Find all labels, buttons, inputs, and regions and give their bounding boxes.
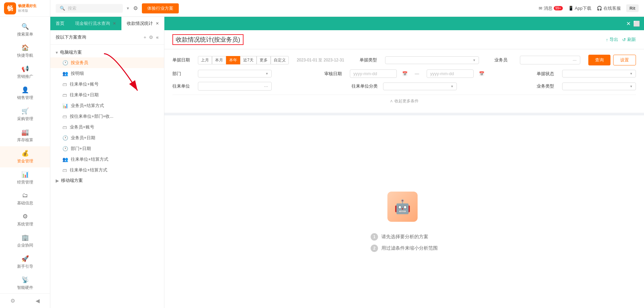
- scheme-icon-salesperson-date: 🕐: [62, 135, 68, 141]
- scheme-item-salesperson-settle[interactable]: 📊 业务员+结算方式: [50, 100, 164, 111]
- sidebar-item-marketing[interactable]: 📢 营销推广: [0, 62, 50, 83]
- doc-type-arrow-icon: ▾: [473, 58, 475, 62]
- system-icon: ⚙: [22, 213, 28, 220]
- scheme-item-salesperson-date[interactable]: 🕐 业务员+日期: [50, 133, 164, 143]
- sidebar-item-system[interactable]: ⚙ 系统管理: [0, 209, 50, 230]
- sidebar-item-operation[interactable]: 📊 经营管理: [0, 167, 50, 189]
- empty-steps: 1 请先选择要分析的方案 2 用过滤条件来缩小分析范围: [371, 233, 438, 252]
- tab-bar-right: ✕ ⬜: [626, 20, 644, 27]
- refresh-btn[interactable]: ↺ 刷新: [622, 37, 636, 43]
- scheme-item-salesperson-account[interactable]: 🗃 业务员+账号: [50, 122, 164, 133]
- query-btn[interactable]: 查询: [588, 55, 610, 65]
- biz-type-select[interactable]: ▾: [562, 83, 636, 90]
- sidebar-item-hardware[interactable]: 📡 智能硬件: [0, 273, 50, 293]
- date-btn-this-year[interactable]: 本年: [226, 56, 240, 64]
- mobile-group-header[interactable]: ▶ 移动端方案: [50, 175, 164, 186]
- scheme-item-by-salesperson[interactable]: 🕐 按业务员: [50, 57, 164, 68]
- doc-status-select[interactable]: ▾: [562, 70, 636, 78]
- sidebar-item-basic[interactable]: 🗂 基础信息: [0, 189, 50, 209]
- hardware-icon: 📡: [21, 276, 29, 284]
- tab-receipt-stats[interactable]: 收款情况统计 ✕: [121, 17, 164, 30]
- sidebar-item-quicknav[interactable]: 🏠 快捷导航: [0, 41, 50, 62]
- calendar-start-icon[interactable]: 📅: [402, 71, 408, 76]
- app-logo: 畅 畅捷通好生 标准版: [0, 0, 50, 17]
- header-gear-btn[interactable]: ⚙: [133, 5, 138, 11]
- add-scheme-btn[interactable]: +: [144, 35, 146, 40]
- scheme-item-dept-date[interactable]: 🕐 部门+日期: [50, 143, 164, 154]
- desktop-group-header[interactable]: ▾ 电脑端方案: [50, 47, 164, 57]
- dept-select[interactable]: ▾: [198, 70, 272, 78]
- date-btn-custom[interactable]: 自定义: [271, 56, 289, 64]
- online-service-action[interactable]: 🎧 在线客服: [597, 5, 621, 11]
- setting-btn[interactable]: 设置: [613, 55, 636, 65]
- tab-home[interactable]: 首页: [50, 17, 70, 30]
- biz-type-arrow-icon: ▾: [630, 84, 632, 89]
- date-btn-this-month[interactable]: 本月: [212, 56, 226, 64]
- salesperson-dots-icon[interactable]: ···: [573, 57, 577, 63]
- right-main: 收款情况统计(按业务员) ↑ 导出 ↺ 刷新: [164, 30, 644, 308]
- header-dropdown-icon[interactable]: ▾: [127, 6, 129, 11]
- tab-bank-flow[interactable]: 现金银行流水查询 ✕: [70, 17, 121, 30]
- header-search-bar[interactable]: 🔍 搜索: [56, 4, 123, 13]
- doc-status-label: 单据状态: [537, 71, 557, 77]
- export-icon: ↑: [606, 37, 608, 42]
- calendar-end-icon[interactable]: 📅: [479, 71, 484, 76]
- counterpart-select[interactable]: ···: [198, 82, 272, 91]
- data-area: 🤖 1 请先选择要分析的方案 2 用过滤条件来缩小分析范围: [164, 115, 644, 308]
- doc-type-select[interactable]: ▾: [385, 56, 479, 64]
- filter-row-2: 部门 ▾ 审核日期 yyyy-mm-dd 📅 — yyyy-mm-dd 📅: [172, 69, 636, 78]
- scheme-item-unit-dept[interactable]: 🗃 按往来单位+部门+收...: [50, 111, 164, 122]
- sidebar-item-search[interactable]: 🔍 搜索菜单: [0, 19, 50, 41]
- trial-btn[interactable]: 体验行业方案: [142, 3, 179, 13]
- sidebar-footer: ⚙ ◀: [0, 293, 50, 308]
- message-action[interactable]: ✉ 消息 99+: [539, 5, 563, 11]
- counterpart-dots-icon[interactable]: ···: [264, 84, 268, 89]
- dept-arrow-icon: ▾: [266, 71, 268, 76]
- sidebar-item-inventory[interactable]: 🏭 库存核算: [0, 125, 50, 146]
- operation-icon: 📊: [21, 171, 29, 178]
- review-date-end[interactable]: yyyy-mm-dd: [427, 69, 474, 78]
- scheme-icon-unit-settle2: 🗃: [62, 167, 67, 173]
- basic-icon: 🗂: [22, 192, 28, 199]
- scheme-item-unit-settle1[interactable]: 👥 往来单位+结算方式: [50, 154, 164, 165]
- message-icon: ✉: [539, 6, 542, 11]
- scheme-icon-dept-date: 🕐: [62, 146, 68, 151]
- left-panel-header: 按以下方案查询 + ⚙ «: [50, 30, 164, 45]
- date-btn-last-month[interactable]: 上月: [198, 56, 212, 64]
- collapse-panel-btn[interactable]: «: [156, 35, 159, 40]
- user-avatar-action[interactable]: Rit: [626, 4, 639, 12]
- scheme-item-unit-account[interactable]: 🗃 往来单位+账号: [50, 79, 164, 90]
- scheme-item-unit-settle2[interactable]: 🗃 往来单位+结算方式: [50, 165, 164, 175]
- left-panel: 按以下方案查询 + ⚙ « ▾ 电脑端方案 🕐 按业务员: [50, 30, 164, 308]
- app-download-action[interactable]: 📱 App下载: [568, 5, 591, 11]
- sidebar-item-sales[interactable]: 👤 销售管理: [0, 83, 50, 104]
- date-range-text: 2023-01-01 至 2023-12-31: [297, 57, 344, 63]
- date-btn-more[interactable]: 更多: [257, 56, 271, 64]
- corp-icon: 🏢: [21, 234, 29, 241]
- collapse-more-conditions[interactable]: ∧ 收起更多条件: [172, 95, 636, 107]
- scheme-settings-btn[interactable]: ⚙: [149, 35, 153, 40]
- salesperson-select[interactable]: ···: [520, 56, 580, 64]
- tab-close-bank-flow[interactable]: ✕: [113, 21, 116, 26]
- scheme-icon-salesperson: 🕐: [62, 60, 68, 65]
- scheme-icon-detail: 👥: [62, 71, 68, 76]
- counterpart-type-select[interactable]: ▾: [383, 83, 457, 90]
- tab-close-receipt-stats[interactable]: ✕: [156, 21, 159, 26]
- export-btn[interactable]: ↑ 导出: [606, 37, 619, 43]
- desktop-group-arrow: ▾: [56, 50, 58, 55]
- settings-footer-btn[interactable]: ⚙: [10, 298, 15, 304]
- inventory-icon: 🏭: [21, 129, 29, 136]
- date-btn-7days[interactable]: 近7天: [240, 56, 257, 64]
- scheme-icon-unit-date: 🗃: [62, 92, 67, 98]
- review-date-start[interactable]: yyyy-mm-dd: [350, 69, 397, 78]
- scheme-item-unit-date[interactable]: 🗃 往来单位+日期: [50, 90, 164, 100]
- scheme-icon-salesperson-account: 🗃: [62, 124, 67, 130]
- sidebar-item-finance[interactable]: 💰 资金管理: [0, 146, 50, 167]
- sidebar-item-corp[interactable]: 🏢 企业协同: [0, 230, 50, 252]
- sidebar-item-purchase[interactable]: 🛒 采购管理: [0, 104, 50, 125]
- scheme-item-by-detail[interactable]: 👥 按明细: [50, 68, 164, 79]
- tab-maximize-icon[interactable]: ⬜: [633, 20, 640, 27]
- sidebar-item-guide[interactable]: 🚀 新手引导: [0, 252, 50, 273]
- collapse-sidebar-btn[interactable]: ◀: [36, 298, 40, 304]
- tab-close-all-icon[interactable]: ✕: [626, 20, 631, 27]
